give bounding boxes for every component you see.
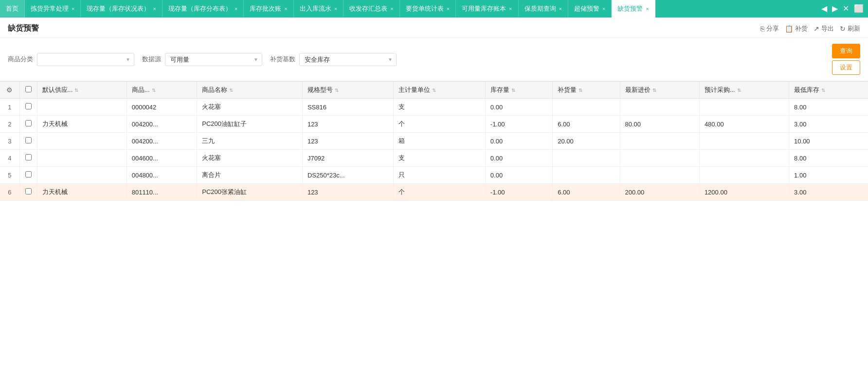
header-actions: ⎘ 分享 📋 补货 ↗ 导出 ↻ 刷新 [760, 24, 860, 33]
row-unit-3: 箱 [394, 133, 485, 150]
tab-order-stats[interactable]: 要货单统计表 × [400, 0, 456, 18]
sort-replenish-icon[interactable]: ⇅ [579, 88, 582, 93]
sort-stock-icon[interactable]: ⇅ [511, 88, 515, 93]
replenish-icon: 📋 [785, 25, 793, 33]
close-tab-batch-account[interactable]: × [284, 6, 287, 12]
tab-overstock[interactable]: 超储预警 × [568, 0, 612, 18]
th-checkbox [19, 82, 37, 99]
row-supplier-3 [37, 133, 127, 150]
row-checkbox-5[interactable] [19, 167, 37, 184]
row-estimated-purchase-1 [699, 99, 789, 116]
sort-unit-icon[interactable]: ⇅ [432, 88, 436, 93]
close-tab-expiry-query[interactable]: × [559, 6, 562, 12]
category-filter-group: 商品分类 [8, 53, 134, 66]
th-gear: ⚙ [0, 82, 19, 99]
close-tab-defect-exception[interactable]: × [72, 6, 74, 12]
row-replenish-2: 6.00 [553, 116, 620, 133]
row-stock-4: 0.00 [485, 150, 552, 167]
table-row: 3 004200... 三九 123 箱 0.00 20.00 10.00 [0, 133, 868, 150]
close-tab-inventory-status[interactable]: × [153, 6, 156, 12]
th-latest-price: 最新进价 ⇅ [620, 82, 699, 99]
datasource-label: 数据源 [142, 55, 161, 64]
row-unit-2: 个 [394, 116, 485, 133]
share-button[interactable]: ⎘ 分享 [760, 24, 779, 33]
sort-latest-price-icon[interactable]: ⇅ [652, 88, 656, 93]
sort-product-code-icon[interactable]: ⇅ [152, 88, 156, 93]
refresh-button[interactable]: ↻ 刷新 [840, 24, 860, 33]
tab-batch-account[interactable]: 库存批次账 × [244, 0, 293, 18]
row-estimated-purchase-3 [699, 133, 789, 150]
row-latest-price-4 [620, 150, 699, 167]
gear-settings-icon[interactable]: ⚙ [6, 86, 13, 94]
sort-product-name-icon[interactable]: ⇅ [229, 88, 233, 93]
tab-nav-buttons: ◀ ▶ ✕ ⬜ [817, 0, 868, 18]
close-tab-overstock[interactable]: × [602, 6, 605, 12]
tab-maximize-button[interactable]: ⬜ [851, 0, 866, 18]
row-stock-5: 0.00 [485, 167, 552, 184]
tab-next-button[interactable]: ▶ [830, 0, 840, 18]
row-latest-price-3 [620, 133, 699, 150]
row-num-2: 2 [0, 116, 19, 133]
sort-min-stock-icon[interactable]: ⇅ [821, 88, 825, 93]
replenish-base-select[interactable]: 安全库存 [299, 53, 397, 66]
datasource-select[interactable]: 可用量 [165, 53, 262, 66]
tab-expiry-query[interactable]: 保质期查询 × [519, 0, 568, 18]
export-button[interactable]: ↗ 导出 [814, 24, 834, 33]
category-select[interactable] [37, 53, 134, 66]
row-product-code-5: 004800... [127, 167, 197, 184]
close-tab-in-out-flow[interactable]: × [334, 6, 337, 12]
close-tab-available-ledger[interactable]: × [509, 6, 512, 12]
settings-button[interactable]: 设置 [832, 60, 860, 75]
row-product-code-3: 004200... [127, 133, 197, 150]
close-tab-inventory-dist[interactable]: × [235, 6, 237, 12]
tab-shortage[interactable]: 缺货预警 × [612, 0, 655, 18]
tab-prev-button[interactable]: ◀ [819, 0, 830, 18]
row-product-code-6: 801110... [127, 184, 197, 201]
tab-close-all-button[interactable]: ✕ [840, 0, 851, 18]
row-supplier-2: 力天机械 [37, 116, 127, 133]
table-row: 4 004600... 火花塞 J7092 支 0.00 8.00 [0, 150, 868, 167]
sort-spec-icon[interactable]: ⇅ [335, 88, 339, 93]
row-estimated-purchase-6: 1200.00 [699, 184, 789, 201]
row-latest-price-2: 80.00 [620, 116, 699, 133]
row-estimated-purchase-2: 480.00 [699, 116, 789, 133]
sort-default-supplier-icon[interactable]: ⇅ [74, 88, 78, 93]
row-latest-price-6: 200.00 [620, 184, 699, 201]
tab-available-ledger[interactable]: 可用量库存账本 × [456, 0, 518, 18]
row-min-stock-3: 10.00 [789, 133, 868, 150]
query-button[interactable]: 查询 [832, 44, 860, 58]
row-estimated-purchase-5 [699, 167, 789, 184]
row-min-stock-4: 8.00 [789, 150, 868, 167]
row-checkbox-2[interactable] [19, 116, 37, 133]
row-checkbox-6[interactable] [19, 184, 37, 201]
row-checkbox-1[interactable] [19, 99, 37, 116]
tab-receive-summary[interactable]: 收发存汇总表 × [344, 0, 399, 18]
select-all-checkbox[interactable] [25, 86, 32, 92]
row-unit-4: 支 [394, 150, 485, 167]
tab-defect-exception[interactable]: 拣货异常处理 × [25, 0, 81, 18]
tab-inventory-status[interactable]: 现存量（库存状况表） × [81, 0, 162, 18]
category-label: 商品分类 [8, 55, 33, 64]
row-supplier-1 [37, 99, 127, 116]
close-tab-shortage[interactable]: × [646, 6, 649, 12]
table-row: 6 力天机械 801110... PC200张紧油缸 123 个 -1.00 6… [0, 184, 868, 201]
row-stock-6: -1.00 [485, 184, 552, 201]
datasource-filter-group: 数据源 可用量 [142, 53, 262, 66]
row-checkbox-3[interactable] [19, 133, 37, 150]
tab-inventory-dist[interactable]: 现存量（库存分布表） × [163, 0, 244, 18]
tab-in-out-flow[interactable]: 出入库流水 × [294, 0, 344, 18]
replenish-base-label: 补货基数 [270, 55, 295, 64]
close-tab-order-stats[interactable]: × [447, 6, 450, 12]
sort-estimated-purchase-icon[interactable]: ⇅ [737, 88, 741, 93]
replenish-button[interactable]: 📋 补货 [785, 24, 808, 33]
row-checkbox-4[interactable] [19, 150, 37, 167]
row-spec-4: J7092 [302, 150, 394, 167]
tab-home[interactable]: 首页 [0, 0, 25, 18]
row-product-name-1: 火花塞 [197, 99, 303, 116]
filter-bar: 商品分类 数据源 可用量 补货基数 安全库存 [0, 38, 868, 81]
table-row: 1 0000042 火花塞 SS816 支 0.00 8.00 [0, 99, 868, 116]
row-product-code-2: 004200... [127, 116, 197, 133]
close-tab-receive-summary[interactable]: × [390, 6, 393, 12]
row-replenish-1 [553, 99, 620, 116]
row-product-name-3: 三九 [197, 133, 303, 150]
